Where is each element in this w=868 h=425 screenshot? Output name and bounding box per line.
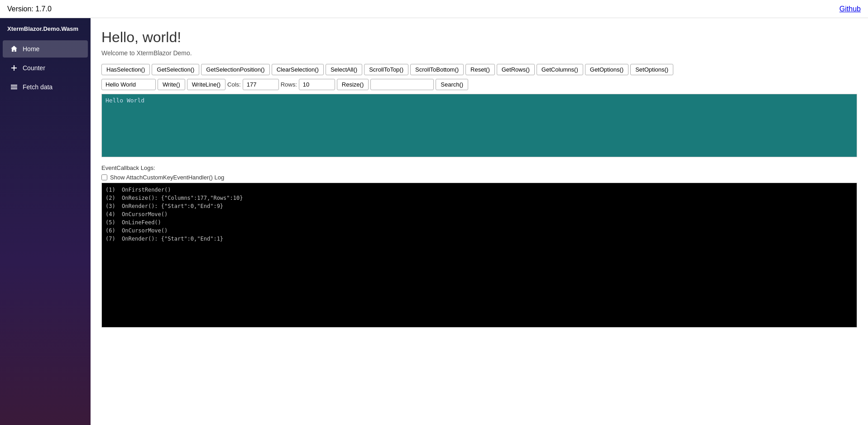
- btn-reset[interactable]: Reset(): [465, 64, 495, 75]
- btn-selectall[interactable]: SelectAll(): [326, 64, 362, 75]
- sidebar-item-home[interactable]: Home: [3, 40, 88, 58]
- topbar-version: Version: 1.7.0: [7, 5, 52, 13]
- input-row: Write() WriteLine() Cols: Rows: Resize()…: [101, 79, 857, 90]
- btn-scrolltobottom[interactable]: ScrollToBottom(): [410, 64, 464, 75]
- github-link[interactable]: Github: [839, 5, 861, 13]
- show-log-label[interactable]: Show AttachCustomKeyEventHandler() Log: [110, 174, 224, 181]
- terminal-text: Hello World: [106, 97, 144, 104]
- list-icon: [10, 83, 18, 91]
- sidebar-item-home-label: Home: [23, 45, 39, 53]
- rows-label: Rows:: [281, 81, 297, 88]
- btn-getselection[interactable]: GetSelection(): [152, 64, 199, 75]
- writeline-button[interactable]: WriteLine(): [187, 79, 225, 90]
- sidebar-item-counter-label: Counter: [23, 64, 45, 72]
- log-content: (1) OnFirstRender() (2) OnResize(): {"Co…: [106, 186, 853, 243]
- btn-clearselection[interactable]: ClearSelection(): [272, 64, 324, 75]
- main-content: Hello, world! Welcome to XtermBlazor Dem…: [91, 18, 868, 425]
- show-log-checkbox[interactable]: [101, 174, 107, 180]
- page-subtitle: Welcome to XtermBlazor Demo.: [101, 49, 857, 57]
- plus-icon: [10, 64, 18, 72]
- home-icon: [10, 45, 18, 53]
- resize-button[interactable]: Resize(): [337, 79, 369, 90]
- write-input[interactable]: [101, 79, 156, 90]
- cols-input[interactable]: [243, 79, 279, 90]
- page-title: Hello, world!: [101, 29, 857, 46]
- app-title: XtermBlazor.Demo.Wasm: [0, 22, 91, 39]
- buttons-row: HasSelection()GetSelection()GetSelection…: [101, 64, 857, 75]
- btn-getrows[interactable]: GetRows(): [497, 64, 535, 75]
- btn-getselectionposition[interactable]: GetSelectionPosition(): [201, 64, 269, 75]
- svg-rect-2: [11, 88, 17, 89]
- layout: XtermBlazor.Demo.Wasm Home Counter: [0, 18, 868, 425]
- log-terminal[interactable]: (1) OnFirstRender() (2) OnResize(): {"Co…: [101, 183, 857, 328]
- svg-rect-0: [11, 85, 17, 86]
- logs-label: EventCallback Logs:: [101, 164, 857, 171]
- cols-label: Cols:: [227, 81, 241, 88]
- btn-getcolumns[interactable]: GetColumns(): [537, 64, 583, 75]
- btn-hasselection[interactable]: HasSelection(): [101, 64, 150, 75]
- topbar: Version: 1.7.0 Github: [0, 0, 868, 18]
- btn-scrolltotop[interactable]: ScrollToTop(): [364, 64, 408, 75]
- sidebar: XtermBlazor.Demo.Wasm Home Counter: [0, 18, 91, 425]
- checkbox-row: Show AttachCustomKeyEventHandler() Log: [101, 174, 857, 181]
- search-button[interactable]: Search(): [436, 79, 468, 90]
- svg-rect-1: [11, 87, 17, 87]
- sidebar-item-counter[interactable]: Counter: [3, 59, 88, 77]
- rows-input[interactable]: [299, 79, 335, 90]
- btn-getoptions[interactable]: GetOptions(): [585, 64, 628, 75]
- terminal[interactable]: Hello World: [101, 94, 857, 157]
- sidebar-item-fetch-label: Fetch data: [23, 83, 53, 91]
- sidebar-item-fetch-data[interactable]: Fetch data: [3, 78, 88, 96]
- search-input[interactable]: [370, 79, 434, 90]
- btn-setoptions[interactable]: SetOptions(): [630, 64, 673, 75]
- write-button[interactable]: Write(): [158, 79, 185, 90]
